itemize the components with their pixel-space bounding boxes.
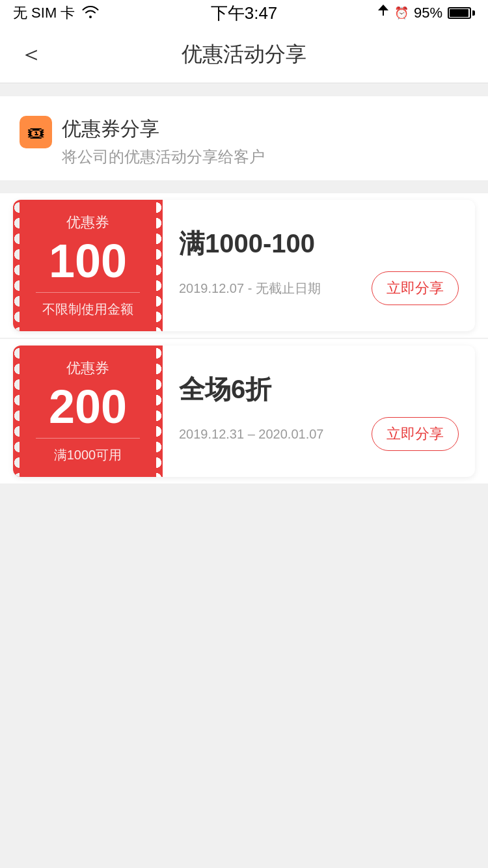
nav-bar: ＜ 优惠活动分享 xyxy=(0,26,488,83)
page-title: 优惠活动分享 xyxy=(182,40,306,69)
battery-percentage: 95% xyxy=(414,5,442,21)
coupon-divider-2 xyxy=(36,438,140,439)
coupon-footer-1: 2019.12.07 - 无截止日期 立即分享 xyxy=(179,271,459,305)
coupon-list: 优惠券 100 不限制使用金额 满1000-100 2019.12.07 - 无… xyxy=(0,180,488,498)
empty-area xyxy=(0,498,488,823)
back-button[interactable]: ＜ xyxy=(13,32,49,77)
status-right: ⏰ 95% xyxy=(377,4,475,22)
share-button-2[interactable]: 立即分享 xyxy=(372,417,459,451)
coupon-icon: 🎟 xyxy=(27,122,45,143)
coupon-right-2: 全场6折 2019.12.31 – 2020.01.07 立即分享 xyxy=(163,346,475,477)
location-icon xyxy=(377,4,389,22)
section-icon: 🎟 xyxy=(20,116,52,148)
coupon-left-edge-2 xyxy=(13,346,20,477)
section-title: 优惠券分享 xyxy=(62,116,468,142)
status-bar: 无 SIM 卡 下午3:47 ⏰ 95% xyxy=(0,0,488,26)
coupon-name-2: 全场6折 xyxy=(179,372,459,407)
coupon-card-2: 优惠券 200 满1000可用 全场6折 2019.12.31 – 2020.0… xyxy=(0,339,488,483)
wifi-icon xyxy=(81,4,100,22)
coupon-type-1: 优惠券 xyxy=(66,213,109,232)
share-button-1[interactable]: 立即分享 xyxy=(372,271,459,305)
coupon-condition-1: 不限制使用金额 xyxy=(42,301,133,318)
coupon-type-2: 优惠券 xyxy=(66,359,109,378)
coupon-date-1: 2019.12.07 - 无截止日期 xyxy=(179,280,365,297)
coupon-amount-1: 100 xyxy=(49,237,127,284)
section-header: 🎟 优惠券分享 将公司的优惠活动分享给客户 xyxy=(0,96,488,180)
coupon-date-2: 2019.12.31 – 2020.01.07 xyxy=(179,427,365,442)
section-subtitle: 将公司的优惠活动分享给客户 xyxy=(62,146,468,167)
coupon-wrapper-2: 优惠券 200 满1000可用 全场6折 2019.12.31 – 2020.0… xyxy=(13,346,475,477)
status-time: 下午3:47 xyxy=(211,2,278,25)
coupon-left-edge-1 xyxy=(13,200,20,331)
alarm-icon: ⏰ xyxy=(394,6,409,20)
coupon-footer-2: 2019.12.31 – 2020.01.07 立即分享 xyxy=(179,417,459,451)
coupon-right-1: 满1000-100 2019.12.07 - 无截止日期 立即分享 xyxy=(163,200,475,331)
status-left: 无 SIM 卡 xyxy=(13,3,100,23)
coupon-wrapper-1: 优惠券 100 不限制使用金额 满1000-100 2019.12.07 - 无… xyxy=(13,200,475,331)
coupon-name-1: 满1000-100 xyxy=(179,226,459,262)
coupon-condition-2: 满1000可用 xyxy=(54,446,122,464)
coupon-amount-2: 200 xyxy=(49,383,127,430)
carrier-text: 无 SIM 卡 xyxy=(13,3,75,23)
coupon-divider-1 xyxy=(36,292,140,293)
coupon-left-2: 优惠券 200 满1000可用 xyxy=(13,346,163,477)
coupon-left-1: 优惠券 100 不限制使用金额 xyxy=(13,200,163,331)
section-text: 优惠券分享 将公司的优惠活动分享给客户 xyxy=(62,116,468,167)
coupon-card-1: 优惠券 100 不限制使用金额 满1000-100 2019.12.07 - 无… xyxy=(0,193,488,338)
battery-icon xyxy=(448,7,475,19)
svg-rect-0 xyxy=(383,10,384,16)
